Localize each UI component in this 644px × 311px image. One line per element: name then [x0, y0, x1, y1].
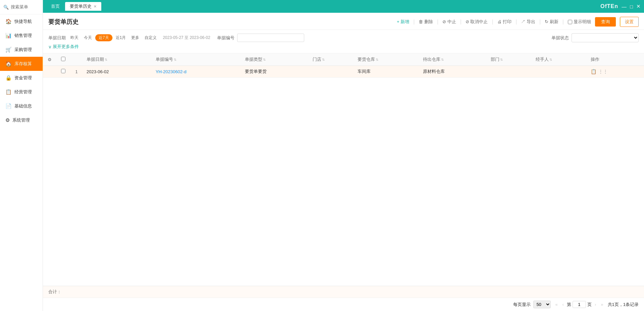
- refresh-button[interactable]: ↻ 刷新: [545, 19, 558, 25]
- date-btn-today[interactable]: 今天: [82, 34, 94, 41]
- content-area: 要货单历史 + 新增 | 🗑 删除 | ⊘ 中止 | ⊘ 取消中止 | 🖨 打印…: [43, 13, 644, 311]
- per-page-label: 每页显示: [513, 302, 531, 308]
- doc-number-input[interactable]: [237, 34, 304, 42]
- table-row: 1 2023-06-02 YH-20230602-d 要货单要货 车间库 原材料…: [43, 66, 644, 78]
- row-doc-type: 要货单要货: [241, 66, 309, 78]
- col-req-warehouse-label: 要货仓库: [358, 57, 375, 62]
- toolbar: + 新增 | 🗑 删除 | ⊘ 中止 | ⊘ 取消中止 | 🖨 打印 | ↗ 导…: [397, 17, 639, 27]
- doc-number-filter: 单据编号: [217, 34, 304, 42]
- tab-home[interactable]: 首页: [46, 2, 64, 11]
- settings-button[interactable]: 设置: [620, 17, 639, 27]
- doc-date-filter: 单据日期 昨天 今天 近7天 近1月 更多 自定义 2023-05-27 至 2…: [48, 34, 210, 41]
- sep7: |: [562, 19, 564, 25]
- minimize-btn[interactable]: —: [622, 4, 627, 9]
- edit-icon[interactable]: 📋: [591, 69, 596, 74]
- sidebar-search[interactable]: 🔍 搜索菜单: [0, 0, 43, 14]
- action-icons: 📋 ⋮⋮: [591, 69, 641, 74]
- sort-icon-store: ⇅: [322, 58, 325, 61]
- sidebar-item-purchase-label: 采购管理: [14, 47, 32, 53]
- close-btn[interactable]: ✕: [636, 3, 641, 9]
- prev-page-btn[interactable]: ‹: [561, 301, 566, 308]
- tab-home-label: 首页: [51, 3, 60, 9]
- select-all-checkbox[interactable]: [61, 57, 65, 61]
- col-doc-type[interactable]: 单据类型⇅: [241, 53, 309, 66]
- col-store-label: 门店: [313, 57, 321, 62]
- sort-icon-handler: ⇅: [549, 58, 552, 61]
- col-handler[interactable]: 经手人⇅: [532, 53, 587, 66]
- sidebar-item-finance[interactable]: 🔒 资金管理: [0, 71, 43, 85]
- sep4: |: [492, 19, 493, 25]
- page-number-input[interactable]: [573, 301, 586, 308]
- date-btn-yesterday[interactable]: 昨天: [68, 34, 80, 41]
- sales-icon: 📊: [5, 33, 12, 39]
- first-page-btn[interactable]: «: [553, 301, 559, 308]
- query-button[interactable]: 查询: [595, 17, 616, 27]
- row-actions: 📋 ⋮⋮: [587, 66, 644, 78]
- finance-icon: 🔒: [5, 75, 12, 81]
- topbar-right: OfTEn — □ ✕: [600, 3, 641, 9]
- per-page-select[interactable]: 50 10 20 100: [533, 301, 551, 308]
- sidebar-item-purchase[interactable]: 🛒 采购管理: [0, 43, 43, 57]
- show-detail-checkbox[interactable]: 显示明细: [568, 19, 591, 25]
- summary-label: 合计：: [48, 289, 61, 294]
- col-doc-number[interactable]: 单据编号⇅: [152, 53, 241, 66]
- sidebar-item-home-label: 快捷导航: [14, 18, 32, 25]
- col-dept-label: 部门: [491, 57, 499, 62]
- sidebar-item-sales[interactable]: 📊 销售管理: [0, 29, 43, 43]
- sort-icon-dept: ⇅: [500, 58, 503, 61]
- tab-history[interactable]: 要货单历史 ✕: [65, 2, 101, 11]
- sep5: |: [516, 19, 517, 25]
- col-settings[interactable]: ⚙: [43, 53, 56, 66]
- sidebar-item-inventory[interactable]: 🏠 库存核算: [0, 57, 43, 71]
- export-button[interactable]: ↗ 导出: [521, 19, 535, 25]
- col-store[interactable]: 门店⇅: [309, 53, 354, 66]
- cancel-stop-button[interactable]: ⊘ 取消中止: [466, 19, 488, 25]
- print-button[interactable]: 🖨 打印: [497, 19, 512, 25]
- date-btn-7days[interactable]: 近7天: [95, 34, 112, 41]
- chevron-down-icon: ∨: [48, 44, 52, 49]
- topbar: 首页 要货单历史 ✕ OfTEn — □ ✕: [43, 0, 644, 13]
- sep3: |: [460, 19, 462, 25]
- pagination: 每页显示 50 10 20 100 « ‹ 第 页 › » 共1页，1条记录: [43, 298, 644, 311]
- delete-button[interactable]: 🗑 删除: [419, 19, 433, 25]
- sidebar-item-basic[interactable]: 📄 基础信息: [0, 99, 43, 113]
- col-dept[interactable]: 部门⇅: [487, 53, 532, 66]
- doc-number-link[interactable]: YH-20230602-d: [156, 69, 186, 74]
- date-btn-1month[interactable]: 近1月: [114, 34, 128, 41]
- date-btn-custom[interactable]: 自定义: [143, 34, 159, 41]
- doc-number-label: 单据编号: [217, 35, 234, 41]
- sidebar-item-system[interactable]: ⚙ 系统管理: [0, 113, 43, 127]
- next-page-btn[interactable]: ›: [593, 301, 598, 308]
- sidebar-search-label: 搜索菜单: [11, 4, 28, 10]
- operation-icon: 📋: [5, 89, 12, 95]
- col-doc-date[interactable]: 单据日期⇅: [83, 53, 152, 66]
- page-nav: « ‹ 第 页 › »: [553, 301, 605, 308]
- sort-icon-number: ⇅: [174, 58, 176, 61]
- sidebar-item-home[interactable]: 🏠 快捷导航: [0, 14, 43, 29]
- col-pending-warehouse[interactable]: 待出仓库⇅: [420, 53, 487, 66]
- page-title: 要货单历史: [48, 18, 78, 26]
- doc-status-label: 单据状态: [551, 35, 569, 41]
- row-checkbox[interactable]: [61, 69, 65, 73]
- new-button[interactable]: + 新增: [397, 19, 409, 25]
- doc-status-select[interactable]: [572, 33, 639, 42]
- filter-row-1: 单据日期 昨天 今天 近7天 近1月 更多 自定义 2023-05-27 至 2…: [48, 33, 639, 42]
- sep6: |: [539, 19, 541, 25]
- purchase-icon: 🛒: [5, 47, 12, 53]
- brand-text: OfTEn: [600, 3, 618, 9]
- expand-button[interactable]: ∨ 展开更多条件: [48, 44, 639, 50]
- row-pending-warehouse: 原材料仓库: [420, 66, 487, 78]
- date-btn-more[interactable]: 更多: [129, 34, 141, 41]
- stop-button[interactable]: ⊘ 中止: [442, 19, 456, 25]
- sidebar-item-operation[interactable]: 📋 经营管理: [0, 85, 43, 99]
- show-detail-input[interactable]: [568, 20, 572, 24]
- last-page-btn[interactable]: »: [599, 301, 605, 308]
- tab-history-close[interactable]: ✕: [94, 4, 97, 9]
- col-req-warehouse[interactable]: 要货仓库⇅: [354, 53, 420, 66]
- maximize-btn[interactable]: □: [630, 4, 633, 9]
- sidebar-item-operation-label: 经营管理: [14, 89, 32, 95]
- col-pending-warehouse-label: 待出仓库: [423, 57, 440, 62]
- filter-area: 单据日期 昨天 今天 近7天 近1月 更多 自定义 2023-05-27 至 2…: [43, 30, 644, 53]
- col-doc-type-label: 单据类型: [245, 57, 262, 62]
- more-icon[interactable]: ⋮⋮: [598, 69, 608, 74]
